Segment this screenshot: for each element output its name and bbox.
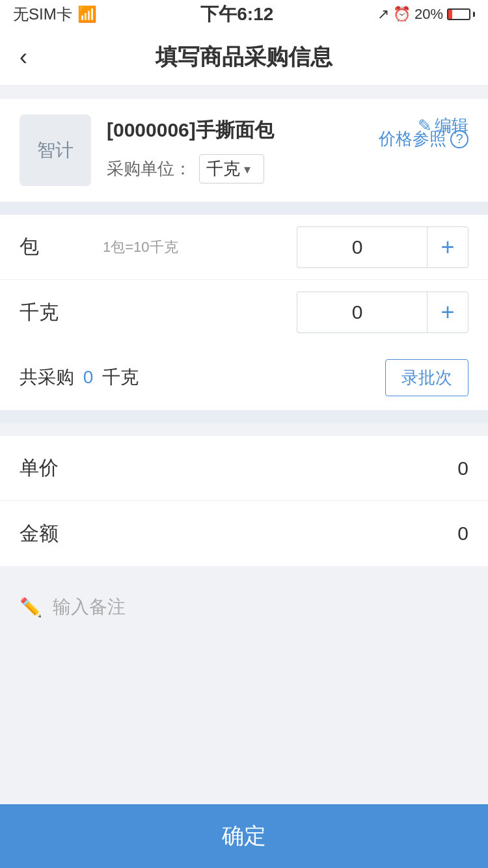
- wifi-icon: 📶: [77, 5, 97, 23]
- section-divider-1: [0, 202, 488, 215]
- summary-text: 共采购 0 千克: [20, 365, 139, 390]
- bag-input-right: +: [297, 226, 468, 268]
- status-bar: 无SIM卡 📶 下午6:12 ↗ ⏰ 20%: [0, 0, 488, 29]
- back-button[interactable]: ‹: [20, 44, 27, 71]
- price-section: 单价 0 金额 0: [0, 436, 488, 566]
- bag-label: 包: [20, 234, 98, 260]
- product-logo: 智计: [37, 138, 74, 163]
- section-divider-2: [0, 410, 488, 423]
- product-unit-row: 采购单位： 千克 ▾: [107, 154, 468, 183]
- amount-value: 0: [457, 522, 468, 545]
- bag-plus-button[interactable]: +: [427, 226, 468, 268]
- dropdown-arrow-icon: ▾: [244, 161, 251, 177]
- record-batch-button[interactable]: 录批次: [385, 359, 468, 396]
- bag-sub-label: 1包=10千克: [103, 237, 178, 257]
- confirm-button[interactable]: 确定: [0, 804, 488, 868]
- product-image: 智计: [20, 115, 91, 186]
- product-card: 智计 [0000006]手撕面包 采购单位： 千克 ▾ ✎ 编辑 价格参照 ?: [0, 99, 488, 202]
- unit-price-row: 单价 0: [0, 436, 488, 501]
- kg-input-row: 千克 +: [0, 280, 488, 345]
- remark-placeholder: 输入备注: [53, 595, 126, 619]
- bottom-space: [0, 635, 488, 830]
- remark-section[interactable]: ✏️ 输入备注: [0, 579, 488, 635]
- kg-quantity-input[interactable]: [297, 292, 427, 333]
- location-icon: ↗: [377, 6, 389, 23]
- battery-percent: 20%: [414, 6, 443, 23]
- kg-input-right: +: [297, 292, 468, 333]
- help-icon: ?: [450, 130, 468, 148]
- nav-bar: ‹ 填写商品采购信息: [0, 29, 488, 86]
- alarm-icon: ⏰: [393, 6, 411, 23]
- summary-count: 0: [83, 367, 94, 387]
- battery-indicator: [447, 8, 475, 20]
- price-ref-button[interactable]: 价格参照 ?: [379, 128, 468, 150]
- summary-row: 共采购 0 千克 录批次: [0, 345, 488, 410]
- unit-label: 采购单位：: [107, 157, 191, 180]
- carrier-text: 无SIM卡: [13, 4, 72, 25]
- unit-price-value: 0: [457, 457, 468, 480]
- kg-label: 千克: [20, 299, 98, 326]
- kg-plus-button[interactable]: +: [427, 292, 468, 333]
- input-section: 包 1包=10千克 + 千克 +: [0, 215, 488, 345]
- summary-prefix: 共采购: [20, 367, 74, 387]
- unit-price-label: 单价: [20, 455, 59, 481]
- bag-input-row: 包 1包=10千克 +: [0, 215, 488, 280]
- price-ref-label: 价格参照: [379, 128, 446, 150]
- amount-row: 金额 0: [0, 501, 488, 566]
- bag-quantity-input[interactable]: [297, 226, 427, 268]
- status-left: 无SIM卡 📶: [13, 4, 97, 25]
- unit-select[interactable]: 千克 ▾: [199, 154, 264, 183]
- status-right: ↗ ⏰ 20%: [377, 6, 475, 23]
- page-title: 填写商品采购信息: [156, 42, 332, 72]
- pencil-icon: ✏️: [20, 597, 42, 618]
- unit-value: 千克: [206, 157, 240, 180]
- summary-unit: 千克: [102, 367, 139, 387]
- amount-label: 金额: [20, 521, 59, 547]
- status-time: 下午6:12: [200, 2, 273, 27]
